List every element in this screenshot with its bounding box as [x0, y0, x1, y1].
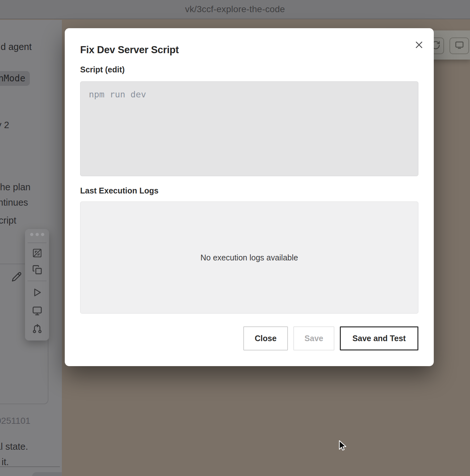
- logs-empty-text: No execution logs available: [200, 253, 298, 262]
- close-dialog-button[interactable]: Close: [243, 326, 288, 350]
- script-textarea[interactable]: [80, 81, 418, 176]
- toolbar-divider: [28, 242, 46, 243]
- logs-panel: No execution logs available: [80, 201, 418, 314]
- play-icon[interactable]: [32, 287, 43, 298]
- save-and-test-button[interactable]: Save and Test: [340, 326, 418, 350]
- sidebar-text-fragment: 0251101: [0, 416, 30, 426]
- toolbar-divider: [28, 281, 46, 281]
- monitor-icon: [455, 40, 464, 51]
- sidebar-text-fragment: y 2: [0, 120, 9, 130]
- logs-label: Last Execution Logs: [80, 186, 158, 195]
- route-icon[interactable]: [32, 323, 43, 334]
- sidebar-bottom-chip: [32, 472, 62, 476]
- close-button[interactable]: [413, 39, 425, 52]
- sidebar-text-fragment: he plan: [0, 182, 30, 193]
- floating-toolbar: [25, 229, 49, 341]
- dialog-button-row: Close Save Save and Test: [80, 326, 418, 350]
- sidebar-text-fragment: cript: [0, 215, 16, 226]
- script-label: Script (edit): [80, 65, 125, 74]
- dialog-fix-dev-server-script: Fix Dev Server Script Script (edit) Last…: [65, 28, 434, 366]
- dialog-title: Fix Dev Server Script: [80, 44, 179, 56]
- app-root: { "window": { "title": "vk/3ccf-explore-…: [0, 0, 470, 476]
- mouse-cursor: [337, 439, 348, 454]
- sidebar-divider: [0, 466, 60, 467]
- window-title: vk/3ccf-explore-the-code: [185, 4, 285, 14]
- sidebar-text-fragment: it.: [2, 457, 9, 467]
- slashed-square-icon[interactable]: [32, 248, 43, 259]
- monitor-icon[interactable]: [32, 305, 43, 316]
- inline-code-chip: nMode: [0, 71, 30, 86]
- window-titlebar: vk/3ccf-explore-the-code: [0, 0, 470, 19]
- save-button[interactable]: Save: [293, 326, 334, 350]
- sidebar-text-fragment: ntinues: [0, 197, 28, 208]
- copy-icon[interactable]: [32, 264, 43, 275]
- sidebar-text-fragment: d agent: [1, 42, 32, 52]
- close-icon: [414, 40, 424, 51]
- pencil-icon[interactable]: [12, 272, 22, 282]
- sidebar-text-fragment: al state.: [0, 441, 28, 452]
- monitor-button[interactable]: [449, 37, 469, 54]
- drag-handle-dots[interactable]: [25, 233, 49, 236]
